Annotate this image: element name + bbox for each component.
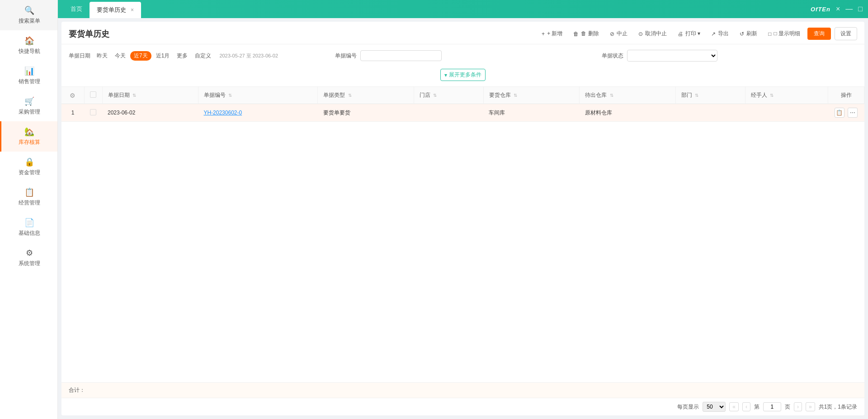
sidebar-item-label: 经营管理 — [19, 199, 40, 207]
prev-page-btn[interactable]: ‹ — [742, 402, 750, 411]
row-date: 2023-06-02 — [102, 104, 198, 122]
col-pending-warehouse: 待出仓库 ⇅ — [580, 87, 675, 104]
sidebar-item-inventory[interactable]: 🏡 库存核算 — [0, 121, 57, 152]
refresh-button[interactable]: ↺ 刷新 — [736, 28, 761, 39]
page-area: 要货单历史 + + 新增 🗑 🗑 删除 ⊘ 中止 ⊙ — [58, 18, 868, 419]
sort-icon-order-type[interactable]: ⇅ — [348, 93, 352, 98]
date-range-display: 2023-05-27 至 2023-06-02 — [219, 52, 278, 59]
date-btn-last1month[interactable]: 近1月 — [153, 51, 173, 61]
sidebar-item-label: 搜索菜单 — [19, 17, 40, 25]
status-filter: 单据状态 — [602, 50, 857, 62]
add-button[interactable]: + + 新增 — [538, 28, 566, 39]
order-no-label: 单据编号 — [335, 52, 357, 60]
sort-icon-date[interactable]: ⇅ — [132, 93, 136, 98]
last-page-btn[interactable]: » — [806, 402, 815, 411]
tab-requisition-history[interactable]: 要货单历史 × — [90, 2, 141, 18]
search-menu-icon: 🔍 — [24, 5, 34, 15]
page-content: 要货单历史 + + 新增 🗑 🗑 删除 ⊘ 中止 ⊙ — [61, 22, 864, 415]
first-page-btn[interactable]: « — [729, 402, 739, 411]
table-footer: 合计： — [61, 382, 864, 398]
query-button[interactable]: 查询 — [807, 28, 831, 40]
print-button[interactable]: 🖨 打印 ▾ — [674, 28, 704, 39]
sort-icon-order-no[interactable]: ⇅ — [228, 93, 232, 98]
page-input[interactable] — [763, 402, 781, 411]
sidebar-item-label: 采购管理 — [19, 108, 40, 116]
sidebar-item-operations[interactable]: 📋 经营管理 — [0, 182, 57, 212]
delete-icon: 🗑 — [573, 31, 579, 37]
sidebar-item-quick-nav[interactable]: 🏠 快捷导航 — [0, 30, 57, 61]
date-btn-yesterday[interactable]: 昨天 — [94, 51, 110, 61]
per-page-select[interactable]: 50 20 100 — [703, 402, 726, 412]
row-more-btn[interactable]: ⋯ — [848, 108, 858, 118]
main-content: 首页 要货单历史 × OfTEn × — □ 要货单历史 + + 新增 — [58, 0, 868, 419]
stop-button[interactable]: ⊘ 中止 — [606, 28, 631, 39]
finance-icon: 🔒 — [24, 157, 34, 167]
select-all-checkbox[interactable] — [90, 91, 96, 98]
sort-icon-req-warehouse[interactable]: ⇅ — [514, 93, 517, 98]
tab-requisition-label: 要货单历史 — [97, 6, 126, 14]
sort-icon-store[interactable]: ⇅ — [433, 93, 437, 98]
date-btn-last7days[interactable]: 近7天 — [130, 51, 151, 61]
status-label: 单据状态 — [602, 52, 623, 60]
window-max-btn[interactable]: □ — [858, 5, 863, 13]
row-store — [414, 104, 483, 122]
date-btn-custom[interactable]: 自定义 — [192, 51, 214, 61]
cancel-stop-icon: ⊙ — [638, 31, 643, 37]
sidebar-item-sales[interactable]: 📊 销售管理 — [0, 61, 57, 91]
quick-nav-icon: 🏠 — [24, 36, 34, 46]
tab-close-icon[interactable]: × — [131, 7, 134, 13]
table-row: 1 2023-06-02 YH-20230602-0 要货单要货 车间库 原材料… — [61, 104, 864, 122]
sidebar-item-label: 资金管理 — [19, 169, 40, 176]
tab-home[interactable]: 首页 — [63, 0, 90, 18]
chevron-down-icon: ▾ — [444, 72, 447, 78]
export-button[interactable]: ↗ 导出 — [708, 28, 732, 39]
row-view-btn[interactable]: 📋 — [835, 108, 844, 118]
row-handler — [745, 104, 828, 122]
show-detail-button[interactable]: □ □ 显示明细 — [764, 28, 804, 39]
row-checkbox-cell — [84, 104, 102, 122]
filter-area: 单据日期 昨天 今天 近7天 近1月 更多 自定义 2023-05-27 至 2… — [61, 44, 864, 87]
sidebar-item-system[interactable]: ⚙ 系统管理 — [0, 243, 57, 273]
settings-button[interactable]: 设置 — [835, 27, 857, 40]
window-close-btn[interactable]: × — [836, 5, 840, 13]
sidebar-item-finance[interactable]: 🔒 资金管理 — [0, 152, 57, 182]
sort-icon-department[interactable]: ⇅ — [695, 93, 698, 98]
row-order-no: YH-20230602-0 — [198, 104, 317, 122]
print-icon: 🖨 — [678, 31, 683, 37]
row-pending-warehouse: 原材料仓库 — [580, 104, 675, 122]
date-btn-more[interactable]: 更多 — [174, 51, 190, 61]
table-container: ⚙ 单据日期 ⇅ 单据编号 ⇅ — [61, 87, 864, 382]
expand-filter-button[interactable]: ▾ 展开更多条件 — [440, 69, 486, 81]
sidebar-item-purchase[interactable]: 🛒 采购管理 — [0, 91, 57, 121]
row-checkbox[interactable] — [90, 109, 96, 115]
page-label: 第 — [754, 403, 760, 411]
topbar: 首页 要货单历史 × OfTEn × — □ — [58, 0, 868, 18]
system-icon: ⚙ — [26, 248, 33, 258]
delete-button[interactable]: 🗑 🗑 删除 — [570, 28, 602, 39]
purchase-icon: 🛒 — [24, 96, 34, 106]
table-settings-icon[interactable]: ⚙ — [70, 92, 75, 99]
data-table: ⚙ 单据日期 ⇅ 单据编号 ⇅ — [61, 87, 864, 122]
next-page-btn[interactable]: › — [794, 402, 802, 411]
window-min-btn[interactable]: — — [845, 5, 853, 13]
order-no-input[interactable] — [360, 50, 442, 61]
sort-icon-handler[interactable]: ⇅ — [770, 93, 774, 98]
row-operations: 📋 ⋯ — [828, 104, 864, 122]
sidebar-item-label: 库存核算 — [19, 138, 40, 146]
status-select[interactable] — [627, 50, 717, 62]
date-btn-today[interactable]: 今天 — [112, 51, 128, 61]
sort-icon-pending-warehouse[interactable]: ⇅ — [610, 93, 613, 98]
col-date: 单据日期 ⇅ — [102, 87, 198, 104]
order-no-link[interactable]: YH-20230602-0 — [203, 110, 242, 116]
date-filter-label: 单据日期 — [69, 52, 90, 60]
pagination: 每页显示 50 20 100 « ‹ 第 页 › » 共1页，1条记录 — [61, 398, 864, 415]
cancel-stop-button[interactable]: ⊙ 取消中止 — [635, 28, 670, 39]
sidebar-item-search-menu[interactable]: 🔍 搜索菜单 — [0, 0, 57, 30]
show-detail-checkbox: □ — [768, 31, 771, 37]
col-order-type: 单据类型 ⇅ — [318, 87, 414, 104]
order-no-filter: 单据编号 — [335, 50, 590, 61]
row-department — [675, 104, 745, 122]
sidebar-item-label: 销售管理 — [19, 78, 40, 86]
stop-icon: ⊘ — [610, 31, 614, 37]
sidebar-item-basic-info[interactable]: 📄 基础信息 — [0, 212, 57, 243]
